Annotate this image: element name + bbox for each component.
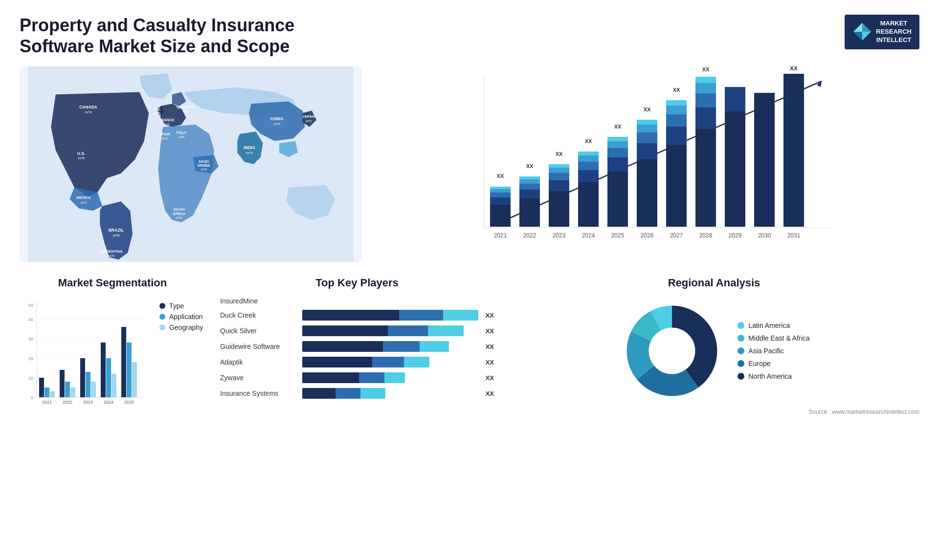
seg-legend: Type Application Geography — [155, 302, 203, 331]
legend-north-america: North America — [738, 372, 809, 380]
svg-rect-47 — [519, 198, 540, 227]
svg-rect-75 — [637, 120, 657, 125]
svg-rect-66 — [607, 157, 628, 172]
svg-rect-50 — [519, 179, 540, 184]
svg-text:XX: XX — [526, 163, 534, 169]
svg-text:XX: XX — [644, 107, 651, 112]
player-val-insurance-systems: XX — [486, 390, 494, 397]
top-section: CANADA xx% U.S. xx% MEXICO xx% BRAZIL xx… — [20, 66, 919, 262]
player-bar-guidewire — [302, 341, 479, 352]
svg-text:xx%: xx% — [273, 122, 281, 126]
svg-text:INDIA: INDIA — [244, 145, 255, 150]
svg-rect-83 — [695, 129, 716, 227]
seg-label-type: Type — [169, 302, 184, 310]
svg-text:xx%: xx% — [78, 156, 85, 161]
key-players-title: Top Key Players — [220, 277, 494, 289]
legend-dot-asia — [738, 347, 744, 354]
svg-rect-120 — [60, 370, 65, 397]
svg-text:FRANCE: FRANCE — [159, 118, 175, 123]
svg-text:CHINA: CHINA — [270, 116, 284, 121]
svg-rect-55 — [549, 173, 569, 180]
svg-text:2026: 2026 — [641, 232, 654, 239]
svg-text:AFRICA: AFRICA — [173, 212, 185, 215]
svg-rect-122 — [70, 388, 75, 397]
page-title: Property and Casualty Insurance Software… — [20, 15, 362, 57]
svg-text:GERMANY: GERMANY — [177, 105, 196, 109]
svg-rect-54 — [549, 180, 569, 191]
svg-text:2022: 2022 — [523, 232, 537, 239]
svg-rect-89 — [725, 111, 745, 227]
player-val-guidewire: XX — [486, 343, 494, 350]
svg-rect-67 — [607, 148, 628, 157]
player-zywave: Zywave XX — [220, 372, 494, 383]
segmentation-title: Market Segmentation — [20, 277, 205, 289]
legend-europe: Europe — [738, 360, 809, 367]
svg-rect-81 — [666, 100, 687, 106]
svg-text:2021: 2021 — [42, 400, 52, 405]
svg-rect-45 — [490, 187, 511, 189]
svg-rect-118 — [45, 388, 49, 397]
svg-rect-65 — [607, 172, 628, 227]
svg-rect-91 — [754, 93, 775, 227]
svg-rect-125 — [91, 382, 96, 397]
svg-rect-63 — [578, 151, 599, 155]
svg-text:ARABIA: ARABIA — [198, 164, 210, 167]
player-insuredmine: InsuredMine — [220, 297, 494, 305]
svg-rect-42 — [490, 197, 511, 205]
svg-rect-71 — [637, 159, 657, 227]
seg-dot-application — [159, 314, 165, 320]
player-bar-insurance-systems — [302, 388, 479, 399]
bottom-section: Market Segmentation 0 10 20 30 40 50 — [20, 277, 919, 415]
svg-rect-128 — [112, 374, 116, 397]
svg-text:40: 40 — [28, 317, 33, 322]
svg-text:10: 10 — [28, 376, 33, 381]
svg-rect-90 — [725, 87, 745, 111]
donut-chart — [618, 297, 726, 405]
svg-rect-123 — [80, 358, 85, 397]
svg-text:2028: 2028 — [699, 232, 713, 239]
legend-asia-pacific: Asia Pacific — [738, 347, 809, 355]
player-insurance-systems: Insurance Systems XX — [220, 388, 494, 399]
svg-text:50: 50 — [28, 303, 33, 308]
svg-text:XX: XX — [556, 151, 563, 157]
svg-text:SPAIN: SPAIN — [159, 132, 170, 136]
player-name-zywave: Zywave — [220, 374, 298, 382]
svg-text:xx%: xx% — [81, 201, 87, 204]
svg-rect-86 — [695, 83, 716, 93]
player-bar-duckcreek — [302, 310, 479, 321]
svg-text:xx%: xx% — [176, 216, 182, 220]
seg-dot-geography — [159, 324, 165, 330]
legend-dot-latin — [738, 322, 744, 329]
svg-text:2022: 2022 — [63, 400, 72, 405]
svg-text:xx%: xx% — [246, 151, 253, 155]
legend-dot-europe — [738, 360, 744, 367]
svg-text:2030: 2030 — [758, 232, 771, 239]
svg-text:xx%: xx% — [112, 233, 120, 237]
svg-rect-78 — [666, 127, 687, 145]
svg-text:xx%: xx% — [306, 120, 312, 123]
svg-rect-130 — [127, 343, 132, 397]
svg-text:SAUDI: SAUDI — [199, 160, 209, 164]
svg-rect-43 — [490, 193, 511, 197]
svg-text:XX: XX — [702, 66, 710, 72]
svg-rect-57 — [549, 164, 569, 168]
regional-legend: Latin America Middle East & Africa Asia … — [738, 322, 809, 380]
svg-text:ARGENTINA: ARGENTINA — [100, 249, 123, 254]
seg-label-application: Application — [169, 313, 203, 321]
player-guidewire: Guidewire Software XX — [220, 341, 494, 352]
regional-title: Regional Analysis — [509, 277, 919, 289]
svg-text:U.K.: U.K. — [154, 107, 161, 111]
svg-point-142 — [650, 329, 693, 372]
svg-rect-124 — [86, 372, 90, 397]
svg-text:xx%: xx% — [109, 255, 115, 258]
svg-text:xx%: xx% — [163, 123, 170, 126]
logo-icon — [852, 22, 872, 42]
player-name-adaptik: Adaptik — [220, 358, 298, 366]
segmentation-section: Market Segmentation 0 10 20 30 40 50 — [20, 277, 205, 414]
svg-rect-48 — [519, 190, 540, 198]
svg-rect-49 — [519, 184, 540, 190]
seg-legend-geography: Geography — [159, 323, 203, 331]
svg-rect-51 — [519, 176, 540, 179]
legend-label-europe: Europe — [748, 360, 770, 367]
svg-text:2023: 2023 — [553, 232, 566, 239]
